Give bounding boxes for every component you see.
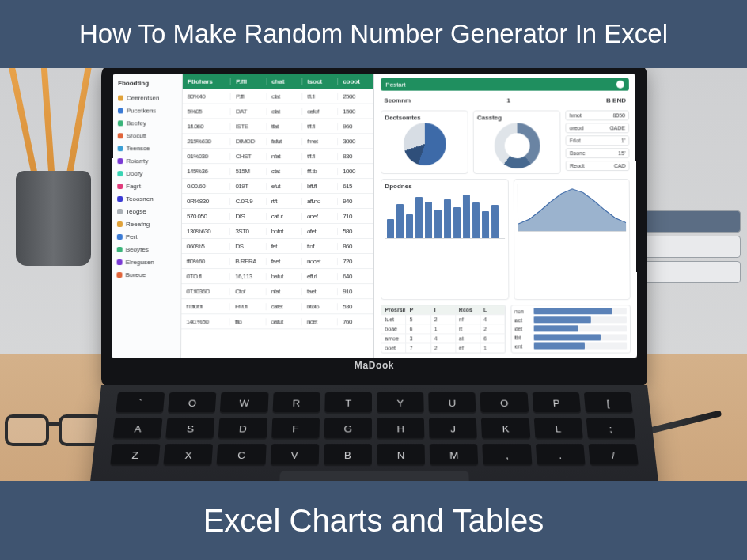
- hbar-track: [533, 316, 627, 323]
- bar: [406, 214, 413, 238]
- category-dot-icon: [118, 146, 123, 151]
- cell: rt: [456, 324, 480, 333]
- key: L: [533, 418, 582, 439]
- hbar-chart-icon: nonaetdettbtent: [510, 305, 631, 353]
- cell: 910: [338, 288, 374, 295]
- spreadsheet-sidebar: Fboodting CeerentsenPucetkensBeefeySrocu…: [112, 74, 183, 358]
- category-dot-icon: [117, 247, 123, 252]
- refresh-icon: [616, 81, 624, 89]
- category-dot-icon: [117, 184, 123, 189]
- area-chart-icon: [517, 184, 626, 232]
- key: U: [428, 392, 476, 414]
- sidebar-item: Doofy: [116, 167, 178, 180]
- cell: 720: [338, 258, 374, 265]
- cell: 530: [338, 303, 374, 310]
- bottom-row: ProsrsnPIRcosL tuet52nf4boae61rt2amoe34a…: [381, 305, 631, 353]
- cell: cfat: [267, 168, 302, 175]
- stat-column: hmot8050oreodGADEFrlot1'Bsonc15'ReodtCAD: [566, 110, 630, 174]
- cell: 860: [338, 243, 374, 250]
- spreadsheet-grid: FttoharsP.fflchattsoctcooot 80%40P.fflcf…: [181, 74, 374, 358]
- key: Z: [110, 444, 161, 466]
- cell: fmet: [302, 138, 338, 145]
- bar: [444, 199, 451, 238]
- category-dot-icon: [117, 233, 123, 239]
- summary-label: Seomnm: [384, 97, 411, 104]
- chart-row: Dpodnes: [381, 179, 630, 300]
- key: ,: [483, 444, 532, 466]
- cell: ooet: [381, 343, 406, 352]
- cell: rtft: [267, 198, 302, 205]
- cell: at: [456, 334, 480, 342]
- cell: nocet: [302, 258, 338, 265]
- cell: onef: [302, 213, 338, 220]
- cell: DIS: [230, 213, 266, 220]
- sidebar-item-label: Reeafng: [126, 220, 150, 227]
- bar: [463, 195, 470, 238]
- cell: Ctof: [230, 288, 266, 295]
- hbar-label: det: [514, 326, 530, 331]
- table-row: tuet52nf4: [381, 314, 505, 324]
- key: O: [480, 392, 529, 414]
- key: G: [324, 418, 372, 439]
- table-row: ffl0%60B.RERAfaetnocet720: [182, 254, 374, 269]
- hbar-fill: [533, 342, 585, 349]
- key: .: [536, 444, 586, 466]
- pencil-icon: [65, 68, 92, 184]
- key: Y: [377, 392, 424, 414]
- sidebar-item-label: Rolarrty: [126, 157, 148, 165]
- cell: 6: [407, 324, 431, 333]
- key: T: [324, 392, 372, 414]
- sidebar-item-label: Pert: [126, 233, 138, 240]
- sidebar-item: Beefey: [116, 116, 179, 129]
- bar: [491, 205, 499, 238]
- pie-chart-icon: [404, 123, 446, 165]
- bar: [415, 197, 423, 238]
- cell: 01%030: [182, 153, 230, 160]
- cell: 0TO.fl: [182, 273, 231, 280]
- cell: 140.%50: [181, 318, 230, 325]
- table-row: 130%6303ST0bofntofet580: [182, 224, 374, 239]
- table-row: ooet72ef1: [381, 342, 505, 352]
- column-header: cooot: [338, 78, 374, 85]
- stat-label: Reodt: [570, 163, 585, 168]
- hbar-fill: [533, 308, 612, 314]
- stat-label: Frlot: [570, 138, 581, 143]
- table-row: 570.050DIScatutonef710: [182, 209, 374, 224]
- hbar-label: aet: [514, 317, 530, 323]
- stat-box: Frlot1': [566, 135, 630, 146]
- sidebar-item: Teogse: [116, 205, 178, 218]
- category-dot-icon: [117, 209, 123, 214]
- cell: batut: [266, 273, 301, 280]
- cell: 6: [480, 334, 505, 342]
- sidebar-item-label: Beoyfes: [126, 246, 149, 253]
- summary-row: Seomnm 1 B END: [381, 96, 629, 106]
- cell: 515M: [231, 168, 267, 175]
- category-dot-icon: [117, 221, 123, 226]
- cell: ffl0%60: [182, 258, 230, 265]
- mini-table-head: ProsrsnPIRcosL: [381, 305, 505, 314]
- cell: ef: [456, 343, 480, 352]
- pie2-title: Cassteg: [477, 114, 557, 121]
- key: N: [377, 444, 425, 466]
- cell: nf: [456, 315, 480, 324]
- cell: DAT: [231, 108, 267, 115]
- sidebar-item: Elregusen: [116, 255, 178, 268]
- cell: 940: [338, 198, 374, 205]
- cell: 060%5: [182, 243, 230, 250]
- mini-table: ProsrsnPIRcosL tuet52nf4boae61rt2amoe34a…: [381, 305, 506, 353]
- sidebar-item: Reeafng: [116, 218, 178, 230]
- key-row: `OWRTYUOP[: [116, 392, 633, 414]
- sidebar-item-label: Doofy: [126, 170, 142, 177]
- stat-val: 8050: [613, 112, 626, 118]
- table-row: 0.00.60019Tefutbff.fl615: [182, 179, 374, 194]
- sidebar-item-label: Beefey: [127, 119, 146, 127]
- category-dot-icon: [118, 108, 123, 113]
- pie-card-1: Dectsomtes: [381, 110, 468, 174]
- cell: tfat: [267, 123, 302, 130]
- key: R: [272, 392, 320, 414]
- cell: catut: [267, 213, 302, 220]
- cell: tuet: [381, 315, 406, 324]
- sidebar-item: Boreoe: [115, 268, 177, 281]
- table-row: fT.fl0f.flFM.flcafetbtoto530: [181, 299, 374, 314]
- sidebar-item-label: Elregusen: [126, 259, 154, 266]
